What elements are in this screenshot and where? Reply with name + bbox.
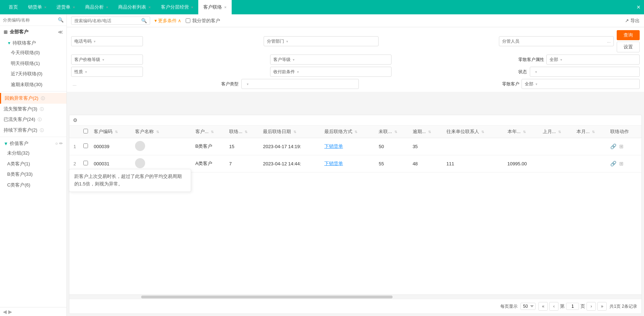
retail-customer-field[interactable]: 全部 ▾: [522, 79, 640, 89]
my-customers-checkbox-area[interactable]: 我分管的客户: [186, 18, 220, 24]
sidebar-item-repurchase-abnormal[interactable]: 回购异常客户(2) ⓘ: [0, 93, 66, 104]
sidebar-prev-arrow[interactable]: ◀: [3, 309, 7, 315]
customer-level-field[interactable]: 客户等级 ▾: [270, 55, 392, 65]
row2-this-month: [574, 155, 607, 172]
set-button[interactable]: 设置: [617, 42, 640, 52]
gender-field[interactable]: 性质 ▾: [71, 67, 143, 77]
row2-avatar: [135, 158, 145, 168]
sort-year-icon: ⇅: [523, 130, 526, 134]
table-scroll-area[interactable]: 客户编码 ⇅ 客户名称 ⇅ 客户... ⇅: [69, 126, 641, 294]
all-customers-title: ⊞ 全部客户 ≪: [0, 26, 66, 38]
scrollbar-thumb[interactable]: [141, 296, 393, 298]
sidebar-collapse-btn[interactable]: ≪: [58, 29, 63, 35]
sidebar-item-today-pending[interactable]: 今天待联络(0): [0, 47, 66, 58]
row1-checkbox[interactable]: [83, 143, 88, 148]
sidebar-search-input[interactable]: [3, 18, 58, 23]
filter-more-dots[interactable]: ...: [71, 81, 78, 87]
per-page-select[interactable]: 50: [520, 303, 536, 310]
close-purchase-icon[interactable]: ×: [73, 5, 75, 9]
search-bar[interactable]: 🔍: [71, 16, 150, 25]
nav-product-analysis[interactable]: 商品分析 ×: [80, 0, 113, 14]
sidebar-item-tomorrow-pending[interactable]: 明天待联络(1): [0, 58, 66, 69]
row1-grid-icon[interactable]: ⊞: [619, 143, 624, 149]
customer-type-arrow: ▾: [247, 82, 249, 86]
search-input[interactable]: [74, 18, 141, 23]
sidebar-item-7days-pending[interactable]: 近7天待联络(0): [0, 69, 66, 79]
close-contact-icon[interactable]: ×: [224, 5, 226, 9]
payment-field[interactable]: 收付款条件 ▾: [270, 67, 392, 77]
sidebar-item-overdue-contact[interactable]: 逾期未联络(30): [0, 79, 66, 90]
close-segmentation-icon[interactable]: ×: [191, 5, 193, 9]
row2-customer-type: A类客户: [193, 155, 226, 172]
filter-row-4: ... 客户类型 ▾ 零散客户 全部 ▾: [71, 79, 640, 89]
sidebar-item-c-class[interactable]: C类客户(6): [0, 180, 66, 190]
select-all-checkbox[interactable]: [83, 129, 88, 133]
sidebar-item-ungroued[interactable]: 未分组(32): [0, 148, 66, 159]
row1-link-icon[interactable]: 🔗: [610, 143, 616, 149]
nav-customer-segmentation[interactable]: 客户分层经营 ×: [156, 0, 198, 14]
price-level-field[interactable]: 客户价格等级 ▾: [71, 55, 143, 65]
close-sales-order-icon[interactable]: ×: [44, 5, 46, 9]
close-product-list-icon[interactable]: ×: [148, 5, 150, 9]
nav-sales-order[interactable]: 销货单 ×: [23, 0, 51, 14]
my-customers-checkbox[interactable]: [186, 18, 190, 23]
next-page-btn[interactable]: ›: [587, 302, 596, 311]
edit-icon[interactable]: ✏: [59, 141, 63, 146]
sort-company-icon: ⇅: [481, 130, 484, 134]
lost-help-icon: ⓘ: [40, 107, 44, 111]
content-area: 🔍 ▾ 更多条件 ∧ 我分管的客户 ↗ 导出 电话号码: [67, 14, 644, 316]
nav-purchase-order[interactable]: 进货单 ×: [51, 0, 80, 14]
customer-type-section: 客户类型 ▾: [221, 79, 359, 89]
prev-page-btn[interactable]: ‹: [549, 302, 559, 311]
col-overdue: 逾期... ⇅: [410, 126, 444, 138]
phone-field[interactable]: 电话号码 ▾: [71, 36, 143, 46]
horizontal-scrollbar[interactable]: [69, 294, 641, 299]
page-number-input[interactable]: [566, 303, 579, 310]
row2-last-contact-method[interactable]: 下销货单: [321, 155, 376, 172]
dept-field[interactable]: 分管部门 ▾: [264, 36, 379, 46]
first-page-btn[interactable]: «: [538, 302, 548, 311]
sidebar-search-bar[interactable]: 🔍: [0, 14, 66, 26]
sidebar-next-arrow[interactable]: ▶: [8, 309, 12, 315]
pending-arrow-icon: ▼: [7, 41, 11, 45]
advanced-filter-section: 电话号码 ▾ 分管部门 ▾ 分管人员 ...: [67, 27, 644, 92]
row2-link-icon[interactable]: 🔗: [610, 161, 616, 166]
refresh-icon[interactable]: ○: [55, 141, 58, 146]
retail-attr-field[interactable]: 全部 ▾: [546, 55, 640, 65]
row1-checkbox-cell[interactable]: [80, 138, 91, 155]
payment-section: 收付款条件 ▾: [270, 67, 392, 77]
row2-grid-icon[interactable]: ⊞: [619, 161, 624, 166]
query-button[interactable]: 查询: [617, 30, 640, 40]
tooltip-box: 距客户上次交易时长，超过了此客户的平均交易周期的1.5倍，则视为异常。: [69, 169, 191, 192]
row2-overdue: 48: [410, 155, 444, 172]
sidebar-item-lost-warning[interactable]: 流失预警客户(3) ⓘ: [0, 104, 66, 114]
export-button[interactable]: ↗ 导出: [625, 18, 640, 24]
retail-customer-section: 零散客户 全部 ▾: [502, 79, 640, 89]
sidebar-item-b-class[interactable]: B类客户(33): [0, 169, 66, 180]
row1-last-contact-method[interactable]: 下销货单: [321, 138, 376, 155]
close-product-analysis-icon[interactable]: ×: [106, 5, 108, 9]
nav-product-analysis-list[interactable]: 商品分析列表 ×: [113, 0, 156, 14]
row1-last-contact-date: 2023-04-17 14:19:: [260, 138, 321, 155]
manager-field[interactable]: 分管人员 ...: [499, 36, 614, 46]
more-conditions-btn[interactable]: ▾ 更多条件 ∧: [154, 18, 181, 24]
row1-this-month: [574, 138, 607, 155]
sidebar-bottom-nav: ◀ ▶: [0, 307, 66, 316]
col-pending: 未联... ⇅: [376, 126, 409, 138]
col-customer-name: 客户名称 ⇅: [132, 126, 193, 138]
last-page-btn[interactable]: »: [597, 302, 607, 311]
manager-more-icon: ...: [607, 39, 611, 44]
sidebar-item-declining[interactable]: 持续下滑客户(2) ⓘ: [0, 125, 66, 136]
table-settings-icon[interactable]: ⚙: [73, 117, 78, 123]
status-field[interactable]: ▾: [530, 67, 640, 77]
filter-icon: ▾: [154, 18, 157, 23]
row2-checkbox[interactable]: [83, 161, 88, 165]
already-lost-help-icon: ⓘ: [38, 117, 42, 122]
sidebar-item-already-lost[interactable]: 已流失客户(24) ⓘ: [0, 114, 66, 125]
customer-type-field[interactable]: ▾: [241, 79, 359, 89]
sort-method-icon: ⇅: [355, 130, 357, 134]
sidebar-item-a-class[interactable]: A类客户(1): [0, 159, 66, 169]
nav-home[interactable]: 首页: [4, 0, 23, 14]
nav-customer-contact[interactable]: 客户联络 ×: [198, 0, 231, 14]
window-close-button[interactable]: ×: [636, 4, 640, 11]
